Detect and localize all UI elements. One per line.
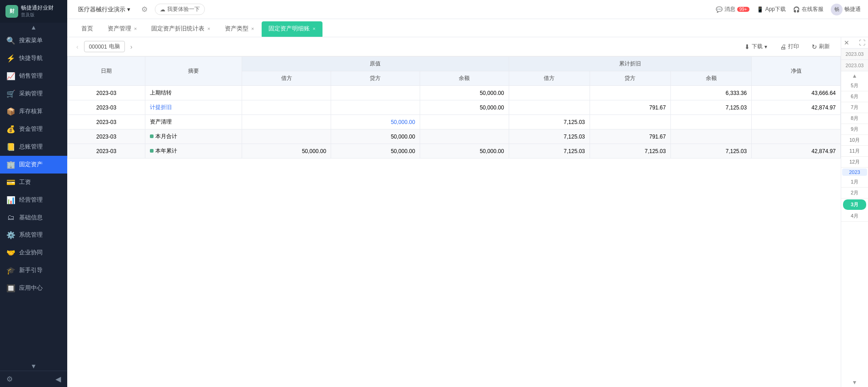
user-profile[interactable]: 畅 畅捷通 <box>831 4 861 15</box>
timeline-expand-button[interactable]: ⛶ <box>859 39 865 46</box>
table-row: 2023-03 资产清理 50,000.00 7,125.03 <box>68 115 841 129</box>
sidebar-item-sales[interactable]: 📈 销售管理 <box>0 67 67 85</box>
print-button[interactable]: 🖨 打印 <box>776 41 803 52</box>
header-settings-icon[interactable]: ⚙ <box>139 3 149 15</box>
timeline-month-1[interactable]: 1月 <box>841 177 868 188</box>
timeline-month-12[interactable]: 12月 <box>841 157 868 168</box>
sidebar-item-search[interactable]: 🔍 搜索菜单 <box>0 32 67 50</box>
sidebar-item-basic-info[interactable]: 🗂 基础信息 <box>0 209 67 226</box>
sidebar-item-label: 总账管理 <box>19 143 43 151</box>
main-area: 医疗器械行业演示 ▾ ⚙ ☁ 我要体验一下 💬 消息 99+ 📱 App下载 🎧… <box>67 0 868 387</box>
cell-orig-credit: 50,000.00 <box>331 129 420 144</box>
cell-acc-balance <box>670 129 751 144</box>
timeline-month-2[interactable]: 2月 <box>841 188 868 198</box>
col-header-acc-balance: 余额 <box>670 71 751 86</box>
cell-acc-credit <box>590 115 670 129</box>
refresh-button[interactable]: ↻ 刷新 <box>808 41 833 52</box>
sidebar-item-label: 系统管理 <box>19 231 43 239</box>
sidebar-item-label: 快捷导航 <box>19 54 43 62</box>
download-icon: ⬇ <box>744 43 750 50</box>
sidebar-item-purchase[interactable]: 🛒 采购管理 <box>0 85 67 103</box>
timeline-months: 5月 6月 7月 8月 9月 10月 11月 12月 2023 1月 2月 3月… <box>841 80 868 378</box>
experience-button[interactable]: ☁ 我要体验一下 <box>155 4 205 15</box>
experience-label: 我要体验一下 <box>167 5 200 13</box>
timeline-close-button[interactable]: ✕ <box>844 39 849 46</box>
tab-asset-mgmt-close[interactable]: × <box>134 26 137 31</box>
app-logo-icon: 财 <box>5 5 18 18</box>
timeline-month-3[interactable]: 3月 <box>843 199 866 210</box>
messages-button[interactable]: 💬 消息 99+ <box>716 5 749 13</box>
sidebar-item-quick-nav[interactable]: ⚡ 快捷导航 <box>0 50 67 67</box>
tab-asset-type[interactable]: 资产类型 × <box>218 21 261 37</box>
sidebar-bottom: ⚙ ◀ <box>0 371 67 387</box>
download-button[interactable]: ⬇ 下载 ▾ <box>741 41 771 52</box>
timeline-month-9[interactable]: 9月 <box>841 124 868 135</box>
sidebar-item-label: 经营管理 <box>19 196 43 204</box>
asset-nav: ‹ 000001 电脑 › ⬇ 下载 ▾ 🖨 打印 <box>67 37 841 56</box>
ledger-icon: 📒 <box>6 143 15 151</box>
tab-depreciation-stats-label: 固定资产折旧统计表 <box>151 25 204 33</box>
cell-net-value: 42,874.97 <box>752 144 841 159</box>
quick-nav-icon: ⚡ <box>6 54 15 63</box>
app-download-button[interactable]: 📱 App下载 <box>757 5 786 13</box>
cell-summary: 资产清理 <box>145 115 242 129</box>
tab-asset-type-close[interactable]: × <box>251 26 254 31</box>
timeline-next-button[interactable]: ▼ <box>841 378 868 387</box>
sidebar-item-fund[interactable]: 💰 资金管理 <box>0 120 67 138</box>
cell-orig-credit <box>331 100 420 115</box>
sidebar-item-enterprise[interactable]: 🤝 企业协同 <box>0 244 67 262</box>
collapse-sidebar-icon[interactable]: ◀ <box>55 375 61 383</box>
asset-tag: 000001 电脑 <box>84 41 125 52</box>
tab-home[interactable]: 首页 <box>74 21 100 37</box>
tab-depreciation-stats-close[interactable]: × <box>207 26 210 31</box>
user-name: 畅捷通 <box>844 5 861 13</box>
col-header-orig-credit: 贷方 <box>331 71 420 86</box>
sidebar-item-label: 采购管理 <box>19 89 43 98</box>
timeline-prev-button[interactable]: ▲ <box>841 71 868 80</box>
sidebar-scroll-up[interactable]: ▲ <box>0 23 67 32</box>
tab-depreciation-stats[interactable]: 固定资产折旧统计表 × <box>144 21 217 37</box>
timeline-month-6[interactable]: 6月 <box>841 91 868 102</box>
timeline-month-5[interactable]: 5月 <box>841 80 868 91</box>
cell-acc-balance: 7,125.03 <box>670 100 751 115</box>
message-icon: 💬 <box>716 6 723 13</box>
tab-asset-detail-close[interactable]: × <box>312 26 315 31</box>
asset-prev-button[interactable]: ‹ <box>74 42 80 51</box>
app-logo-text: 畅捷通好业财 普及版 <box>21 5 54 18</box>
sidebar-item-fixed-assets[interactable]: 🏢 固定资产 <box>0 156 67 174</box>
cell-acc-balance: 7,125.03 <box>670 144 751 159</box>
sidebar-item-salary[interactable]: 💳 工资 <box>0 174 67 191</box>
service-icon: 🎧 <box>793 6 800 13</box>
tab-asset-mgmt[interactable]: 资产管理 × <box>101 21 144 37</box>
timeline-header2: 2023.03 <box>841 60 868 71</box>
timeline-month-4[interactable]: 4月 <box>841 211 868 222</box>
sidebar-item-app-center[interactable]: 🔲 应用中心 <box>0 279 67 297</box>
download-label: 下载 <box>752 43 763 50</box>
online-service-button[interactable]: 🎧 在线客服 <box>793 5 823 13</box>
timeline-month-11[interactable]: 11月 <box>841 146 868 157</box>
cell-net-value: 42,874.97 <box>752 100 841 115</box>
asset-next-button[interactable]: › <box>129 42 134 51</box>
sidebar-item-inventory[interactable]: 📦 库存核算 <box>0 103 67 120</box>
cell-acc-balance: 6,333.36 <box>670 86 751 100</box>
settings-icon[interactable]: ⚙ <box>6 375 13 383</box>
sidebar-item-system[interactable]: ⚙️ 系统管理 <box>0 226 67 244</box>
col-header-accumulated-depreciation: 累计折旧 <box>509 57 752 71</box>
timeline-month-7[interactable]: 7月 <box>841 102 868 113</box>
table-row-monthly-total: 2023-03 本月合计 50,000.00 7,125.03 791.67 <box>68 129 841 144</box>
tab-asset-detail[interactable]: 固定资产明细账 × <box>262 21 322 37</box>
top-right-area: 💬 消息 99+ 📱 App下载 🎧 在线客服 畅 畅捷通 <box>716 4 861 15</box>
sidebar-item-operation[interactable]: 📊 经营管理 <box>0 191 67 209</box>
sidebar-item-label: 搜索菜单 <box>19 36 43 45</box>
company-selector[interactable]: 医疗器械行业演示 ▾ <box>74 4 134 15</box>
sidebar-scroll-down[interactable]: ▼ <box>0 362 67 371</box>
cell-summary: 上期结转 <box>145 86 242 100</box>
cell-net-value <box>752 115 841 129</box>
sidebar-item-ledger[interactable]: 📒 总账管理 <box>0 138 67 156</box>
timeline-month-8[interactable]: 8月 <box>841 113 868 124</box>
col-header-orig-debit: 借方 <box>242 71 331 86</box>
sidebar-item-guide[interactable]: 🎓 新手引导 <box>0 262 67 279</box>
timeline-month-10[interactable]: 10月 <box>841 135 868 146</box>
cell-acc-credit: 791.67 <box>590 129 670 144</box>
cell-orig-credit: 50,000.00 <box>331 144 420 159</box>
